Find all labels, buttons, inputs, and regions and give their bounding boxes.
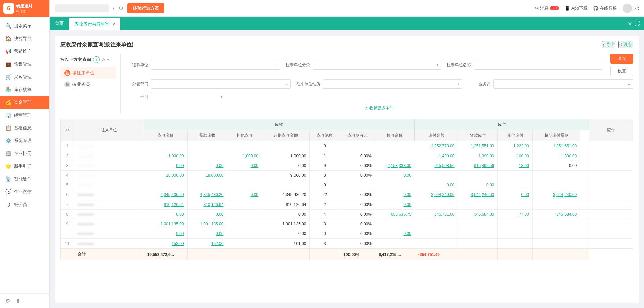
sidebar-item-weixin[interactable]: 💬 企业微信 — [0, 185, 49, 198]
loan-pay-5[interactable]: 0.00 — [458, 180, 498, 190]
filter-collapse-icon[interactable]: « — [107, 57, 109, 62]
collapse-button[interactable]: ∧ 收起更多条件 — [125, 103, 633, 113]
loan-recv-4[interactable]: 18,000.00 — [187, 171, 227, 180]
recv-amount-4[interactable]: 18,000.00 — [144, 171, 187, 180]
other-pay-6[interactable]: 0.00 — [498, 190, 533, 200]
trial-button[interactable]: 体验行业方案 — [127, 3, 164, 13]
advance-bal-4[interactable]: 0.00 — [375, 171, 415, 180]
recv-amount-9[interactable]: 1,001,135.00 — [144, 219, 187, 229]
recv-amount-6[interactable]: 4,345,436.20 — [144, 190, 187, 200]
dept-manager-input[interactable]: ▾ — [151, 79, 291, 89]
loan-pay-3[interactable]: 915,495.56 — [458, 161, 498, 171]
online-service-button[interactable]: 🎧 在线客服 — [593, 5, 617, 11]
recv-amount-8[interactable]: 0.00 — [144, 210, 187, 219]
recv-ratio-10: 0.00% — [340, 229, 375, 239]
partner-name-input[interactable] — [474, 60, 602, 70]
loan-recv-10[interactable]: 0.00 — [187, 229, 227, 239]
sidebar-item-system[interactable]: ⚙️ 系统管理 — [0, 134, 49, 147]
header-gear-icon[interactable]: ⚙ — [119, 5, 123, 11]
partner-category-input[interactable]: ▾ — [313, 60, 441, 70]
sidebar-item-finance[interactable]: 💰 资金管理 — [0, 96, 49, 109]
recv-amount-3[interactable]: 0.00 — [144, 161, 187, 171]
advance-bal-3[interactable]: 2,153,333.00 — [375, 161, 415, 171]
sidebar-item-inventory[interactable]: 🏪 库存核算 — [0, 83, 49, 96]
refresh-button[interactable]: ↺ 刷新 — [618, 41, 633, 48]
recv-amount-11[interactable]: 152.00 — [144, 239, 187, 249]
sidebar-item-sales[interactable]: 💼 销售管理 — [0, 58, 49, 71]
sidebar-item-purchase[interactable]: 🛒 采购管理 — [0, 71, 49, 83]
sidebar-item-management[interactable]: 📊 经营管理 — [0, 109, 49, 122]
tab-expand-btn[interactable]: ⛶ — [635, 20, 640, 27]
other-pay-1[interactable]: 1,222.00 — [498, 141, 533, 151]
other-recv-2[interactable]: 1,000.00 — [227, 151, 262, 161]
other-pay-2[interactable]: 100.00 — [498, 151, 533, 161]
loan-pay-1[interactable]: 1,251,551.00 — [458, 141, 498, 151]
pay-amount-1[interactable]: 1,252,773.00 — [415, 141, 458, 151]
recv-amount-10[interactable]: 0.00 — [144, 229, 187, 239]
tab-home[interactable]: 首页 — [50, 17, 69, 30]
loan-pay-8[interactable]: 345,684.00 — [458, 210, 498, 219]
table-row: 5 ———— 0 0.00 0.00 — [61, 180, 633, 190]
recv-amount-7[interactable]: 810,126.64 — [144, 200, 187, 210]
filter-add-button[interactable]: + — [93, 56, 100, 63]
other-recv-3[interactable]: 0.00 — [227, 161, 262, 171]
messages-button[interactable]: ✉ 消息 99+ — [535, 5, 559, 11]
sidebar-item-quick-nav[interactable]: 🏠 快捷导航 — [0, 32, 49, 45]
filter-settings-icon[interactable]: ⊙ — [102, 57, 105, 62]
pay-amount-6[interactable]: 3,044,240.00 — [415, 190, 458, 200]
other-pay-3[interactable]: 13.00 — [498, 161, 533, 171]
sidebar-item-vip[interactable]: 🎖 畅会员 — [0, 198, 49, 211]
overdue-pay-2[interactable]: 1,390.00 — [532, 151, 580, 161]
overdue-pay-1[interactable]: 1,251,551.00 — [532, 141, 580, 151]
recv-amount-2[interactable]: 1,000.00 — [144, 151, 187, 161]
user-menu[interactable]: Rit — [623, 4, 639, 13]
sidebar-item-guide[interactable]: 🌟 新手引导 — [0, 160, 49, 173]
table-row: 11 ———— 152.00 152.00 101.00 3 0.00% — [61, 239, 633, 249]
loan-pay-6[interactable]: 3,044,240.00 — [458, 190, 498, 200]
overdue-pay-8[interactable]: 345,684.00 — [532, 210, 580, 219]
other-pay-8[interactable]: 77.00 — [498, 210, 533, 219]
loan-recv-6[interactable]: 4,345,436.20 — [187, 190, 227, 200]
pay-amount-5[interactable]: 0.00 — [415, 180, 458, 190]
overdue-pay-6[interactable]: 3,044,240.00 — [532, 190, 580, 200]
sidebar-item-smart-hw[interactable]: 📡 智能硬件 — [0, 173, 49, 185]
loan-recv-3[interactable]: 0.00 — [187, 161, 227, 171]
advance-bal-10[interactable]: 0.00 — [375, 229, 415, 239]
tab-close-icon[interactable]: × — [113, 22, 115, 27]
pay-amount-8[interactable]: 345,761.00 — [415, 210, 458, 219]
sidebar-item-search-menu[interactable]: 🔍 搜索菜单 — [0, 19, 49, 32]
payable-extra-1 — [580, 141, 589, 151]
settings-button[interactable]: 设置 — [610, 66, 633, 76]
loan-recv-9[interactable]: 1,001,135.00 — [187, 219, 227, 229]
sidebar-item-basic-info[interactable]: 📋 基础信息 — [0, 122, 49, 134]
advance-bal-7[interactable]: 0.00 — [375, 200, 415, 210]
pay-amount-2[interactable]: 1,490.00 — [415, 151, 458, 161]
advance-bal-8[interactable]: 655,636.75 — [375, 210, 415, 219]
department-input[interactable]: ▾ — [151, 92, 225, 101]
sidebar-item-enterprise[interactable]: 🏢 企业协同 — [0, 147, 49, 160]
sidebar-item-marketing[interactable]: 📢 营销推广 — [0, 45, 49, 58]
other-recv-6[interactable]: 0.00 — [227, 190, 262, 200]
loan-recv-8[interactable]: 0.00 — [187, 210, 227, 219]
query-panel-item-salesperson[interactable]: 按 按业务员 — [60, 79, 116, 90]
query-panel-item-partner[interactable]: 往 按往来单位 — [60, 67, 116, 79]
export-button[interactable]: ↑ 导出 — [602, 41, 616, 48]
partner-category-label: 往来单位分类 — [286, 62, 310, 68]
loan-recv-11[interactable]: 152.00 — [187, 239, 227, 249]
settlement-input[interactable]: ··· — [151, 60, 280, 70]
payable-extra-9 — [580, 219, 589, 229]
loan-pay-2[interactable]: 1,390.00 — [458, 151, 498, 161]
query-button[interactable]: 查询 — [610, 54, 633, 64]
advance-bal-6[interactable]: 0.00 — [375, 190, 415, 200]
tab-close-btn[interactable]: ✕ — [628, 20, 632, 27]
partner-nature-input[interactable]: ▾ — [323, 79, 462, 89]
settings-footer-icon[interactable]: ⚙ — [5, 298, 10, 304]
pay-amount-3[interactable]: 915,508.56 — [415, 161, 458, 171]
app-download-button[interactable]: 📱 App下载 — [565, 5, 588, 11]
advance-bal-5 — [375, 180, 415, 190]
tab-active[interactable]: 应收应付余额查询 × — [69, 18, 120, 30]
collapse-footer-icon[interactable]: ⏸ — [15, 298, 21, 304]
salesperson-input[interactable]: ··· — [493, 79, 633, 89]
loan-recv-7[interactable]: 810,126.64 — [187, 200, 227, 210]
settings-col-header[interactable]: ⚙ — [61, 119, 74, 141]
